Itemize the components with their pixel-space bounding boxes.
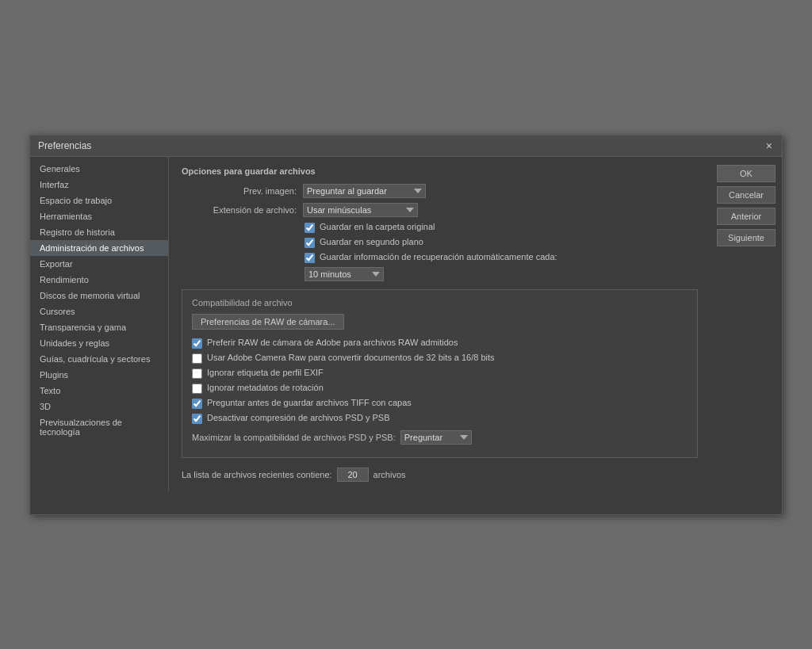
sidebar-item-units[interactable]: Unidades y reglas: [30, 335, 168, 351]
compat-check6: Desactivar compresión de archivos PSD y …: [192, 413, 688, 424]
compat-section: Compatibilidad de archivo Preferencias d…: [182, 289, 698, 458]
prev-button[interactable]: Anterior: [717, 208, 776, 225]
compat-check6-label: Desactivar compresión de archivos PSD y …: [207, 413, 389, 422]
ext-select[interactable]: Usar minúsculas: [303, 203, 418, 217]
compat-check5-input[interactable]: [192, 399, 202, 409]
compat-check1-label: Preferir RAW de cámara de Adobe para arc…: [207, 338, 458, 347]
compat-check2-input[interactable]: [192, 353, 202, 364]
sidebar-item-techprev[interactable]: Previsualzaciones de tecnología: [30, 414, 168, 440]
psd-compat-row: Maximizar la compatibilidad de archivos …: [192, 430, 688, 445]
recent-files-row: La lista de archivos recientes contiene:…: [182, 468, 698, 482]
sidebar-item-3d[interactable]: 3D: [30, 399, 168, 414]
ext-row: Extensión de archivo: Usar minúsculas: [182, 203, 698, 217]
compat-check3: Ignorar etiqueta de perfil EXIF: [192, 368, 688, 379]
sidebar-item-workspace[interactable]: Espacio de trabajo: [30, 193, 168, 208]
compat-check6-input[interactable]: [192, 414, 202, 424]
compat-check3-label: Ignorar etiqueta de perfil EXIF: [207, 368, 324, 377]
preferences-dialog: Preferencias × Generales Interfaz Espaci…: [29, 135, 783, 515]
prev-image-row: Prev. imagen: Preguntar al guardar: [182, 184, 698, 198]
sidebar-item-interfaz[interactable]: Interfaz: [30, 177, 168, 193]
sidebar-item-generales[interactable]: Generales: [30, 161, 168, 177]
check-autosave-input[interactable]: [304, 253, 315, 263]
sidebar-item-transparency[interactable]: Transparencia y gama: [30, 319, 168, 335]
recent-files-label: La lista de archivos recientes contiene:: [182, 470, 332, 479]
prev-image-select[interactable]: Preguntar al guardar: [303, 184, 426, 198]
ext-label: Extensión de archivo:: [182, 205, 297, 215]
check-original-folder-input[interactable]: [304, 223, 315, 233]
compat-check5-label: Preguntar antes de guardar archivos TIFF…: [207, 398, 412, 407]
sidebar-item-history[interactable]: Registro de historia: [30, 224, 168, 240]
recent-files-input[interactable]: [337, 468, 369, 482]
sidebar: Generales Interfaz Espacio de trabajo He…: [30, 157, 169, 491]
compat-check1-input[interactable]: [192, 338, 202, 349]
minutes-row: 10 minutos: [304, 267, 698, 281]
psd-compat-label: Maximizar la compatibilidad de archivos …: [192, 433, 396, 442]
raw-preferences-button[interactable]: Preferencias de RAW de cámara...: [192, 314, 344, 330]
sidebar-item-tools[interactable]: Herramientas: [30, 208, 168, 224]
dialog-titlebar: Preferencias ×: [30, 136, 782, 157]
compat-check5: Preguntar antes de guardar archivos TIFF…: [192, 398, 688, 409]
close-button[interactable]: ×: [764, 140, 774, 151]
sidebar-item-export[interactable]: Exportar: [30, 256, 168, 272]
next-button[interactable]: Siguiente: [717, 229, 776, 246]
check-original-folder: Guardar en la carpeta original: [304, 222, 698, 233]
sidebar-item-performance[interactable]: Rendimiento: [30, 272, 168, 288]
compat-check4-label: Ignorar metadatos de rotación: [207, 383, 324, 392]
compat-check2-label: Usar Adobe Camera Raw para convertir doc…: [207, 353, 495, 362]
check-original-folder-label: Guardar en la carpeta original: [320, 222, 435, 231]
dialog-title: Preferencias: [38, 140, 91, 151]
ok-button[interactable]: OK: [717, 165, 776, 182]
psd-compat-select[interactable]: Preguntar: [400, 430, 472, 445]
sidebar-item-cursors[interactable]: Cursores: [30, 304, 168, 319]
compat-check4-input[interactable]: [192, 384, 202, 394]
sidebar-item-text[interactable]: Texto: [30, 383, 168, 399]
check-background-save-label: Guardar en segundo plano: [320, 237, 423, 246]
check-autosave: Guardar información de recuperación auto…: [304, 252, 698, 263]
minutes-select[interactable]: 10 minutos: [304, 267, 384, 281]
buttons-panel: OK Cancelar Anterior Siguiente: [710, 157, 782, 491]
section-title: Opciones para guardar archivos: [182, 166, 698, 176]
dialog-body: Generales Interfaz Espacio de trabajo He…: [30, 157, 782, 491]
compat-check3-input[interactable]: [192, 368, 202, 379]
check-background-save: Guardar en segundo plano: [304, 237, 698, 248]
cancel-button[interactable]: Cancelar: [717, 186, 776, 204]
sidebar-item-plugins[interactable]: Plugins: [30, 367, 168, 383]
compat-title: Compatibilidad de archivo: [192, 298, 688, 307]
save-checkboxes: Guardar en la carpeta original Guardar e…: [304, 222, 698, 263]
check-autosave-label: Guardar información de recuperación auto…: [320, 252, 557, 262]
check-background-save-input[interactable]: [304, 238, 315, 248]
compat-check4: Ignorar metadatos de rotación: [192, 383, 688, 394]
main-content: Opciones para guardar archivos Prev. ima…: [169, 157, 710, 491]
prev-image-label: Prev. imagen:: [182, 186, 297, 196]
sidebar-item-fileadmin[interactable]: Administración de archivos: [30, 240, 168, 256]
compat-check2: Usar Adobe Camera Raw para convertir doc…: [192, 353, 688, 364]
compat-check1: Preferir RAW de cámara de Adobe para arc…: [192, 338, 688, 349]
sidebar-item-guides[interactable]: Guías, cuadrícula y sectores: [30, 351, 168, 367]
sidebar-item-scratch[interactable]: Discos de memoria virtual: [30, 288, 168, 304]
recent-files-suffix: archivos: [373, 470, 406, 479]
